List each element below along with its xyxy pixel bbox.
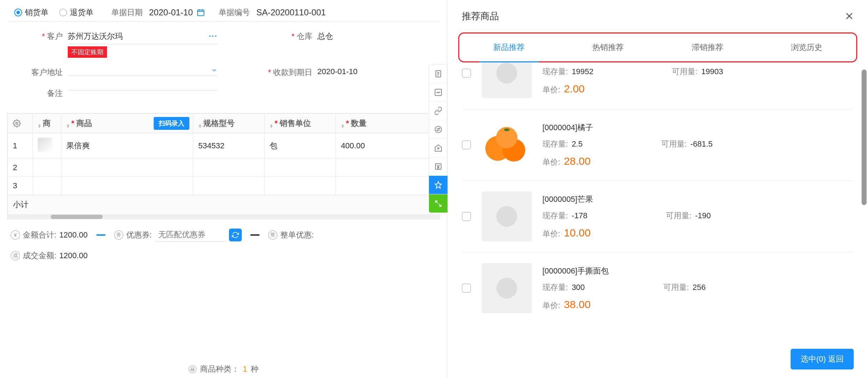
svg-point-5 xyxy=(438,148,439,149)
address-label: 客户地址 xyxy=(31,68,63,77)
customer-label: 客户 xyxy=(47,32,63,41)
refresh-icon xyxy=(232,231,239,239)
vertical-scrollbar[interactable] xyxy=(862,70,867,205)
whole-discount: 整 整单优惠: xyxy=(268,230,314,240)
product-thumb xyxy=(38,138,52,152)
radio-return[interactable]: 退货单 xyxy=(59,7,93,18)
cell-spec[interactable]: 534532 xyxy=(193,133,265,159)
svg-point-13 xyxy=(496,278,517,298)
deal-icon: 成 xyxy=(11,251,20,260)
col-unit[interactable]: ▲▼*销售单位 xyxy=(265,114,336,133)
close-icon[interactable]: ✕ xyxy=(845,10,854,22)
strip-expand-icon[interactable] xyxy=(429,194,448,213)
item-title: [0000004]橘子 xyxy=(542,122,854,133)
product-image xyxy=(482,191,532,241)
chevron-down-icon xyxy=(211,67,218,73)
warehouse-field[interactable]: 总仓 xyxy=(317,29,424,44)
table-row[interactable]: 2 xyxy=(8,159,440,177)
col-spec[interactable]: ▲▼规格型号 xyxy=(193,114,265,133)
doc-type-tabs: 销货单 退货单 单据日期 2020-01-10 单据编号 SA-20200110… xyxy=(7,4,440,22)
strip-chart-icon[interactable] xyxy=(429,83,448,102)
svg-point-12 xyxy=(496,206,517,227)
side-toolbar xyxy=(429,64,447,213)
coupon-field: 券 优惠券: xyxy=(114,228,242,242)
item-price: 38.00 xyxy=(564,298,591,310)
dash-icon xyxy=(250,234,260,236)
line-items-table: ▲▼商 ▲▼*商品 扫码录入 ▲▼规格型号 ▲▼*销售单位 ▲▼*数量 1 果倍… xyxy=(7,113,440,219)
coupon-input[interactable] xyxy=(155,228,226,242)
sku-icon: 品 xyxy=(189,365,196,373)
item-checkbox[interactable] xyxy=(462,212,471,221)
col-settings[interactable] xyxy=(8,114,33,133)
list-item[interactable]: 250ml 现存量:19952 可用量:19903 单价:2.00 xyxy=(462,62,854,109)
amount-total: ¥ 金额合计: 1200.00 xyxy=(11,230,88,240)
date-value[interactable]: 2020-01-10 xyxy=(149,7,205,17)
dash-icon xyxy=(96,234,106,236)
gear-icon xyxy=(13,119,21,127)
item-checkbox[interactable] xyxy=(462,68,471,78)
customer-lookup-icon[interactable]: ··· xyxy=(209,32,218,41)
col-image[interactable]: ▲▼商 xyxy=(33,114,61,133)
radio-sales-label: 销货单 xyxy=(25,7,48,18)
rp-title: 推荐商品 xyxy=(462,10,499,22)
tab-new[interactable]: 新品推荐 xyxy=(459,37,558,58)
refresh-coupon-button[interactable] xyxy=(229,229,242,241)
customer-field[interactable]: 苏州万达沃尔玛 ··· xyxy=(68,29,218,44)
cell-unit[interactable]: 包 xyxy=(265,133,336,159)
date-label: 单据日期 xyxy=(111,7,143,18)
item-price: 10.00 xyxy=(564,227,591,239)
coupon-icon: 券 xyxy=(114,230,123,240)
remark-field[interactable] xyxy=(68,86,218,91)
svg-point-7 xyxy=(496,63,517,83)
list-item[interactable]: [0000006]手撕面包 现存量:300 可用量:256 单价:38.00 xyxy=(462,252,854,324)
cell-product[interactable]: 果倍爽 xyxy=(61,133,193,159)
tab-hot[interactable]: 热销推荐 xyxy=(558,37,658,58)
list-item[interactable]: [0000004]橘子 现存量:2.5 可用量:-681.5 单价:28.00 xyxy=(462,109,854,181)
strip-money-icon[interactable] xyxy=(429,157,448,176)
recommend-list: 250ml 现存量:19952 可用量:19903 单价:2.00 [00000… xyxy=(448,62,868,340)
docno-label: 单据编号 xyxy=(219,7,250,18)
col-product[interactable]: ▲▼*商品 扫码录入 xyxy=(61,114,193,133)
bottom-summary: 品 商品种类： 1 种 xyxy=(189,364,259,374)
product-image xyxy=(482,263,532,313)
strip-star-icon[interactable] xyxy=(429,176,448,194)
item-price: 2.00 xyxy=(564,83,584,94)
col-qty[interactable]: ▲▼*数量 xyxy=(336,114,440,133)
table-row[interactable]: 1 果倍爽 534532 包 400.00 xyxy=(8,133,440,159)
discount-icon: 整 xyxy=(268,230,277,240)
select-return-button[interactable]: 选中(0) 返回 xyxy=(791,349,854,369)
warehouse-label: 仓库 xyxy=(297,32,312,41)
deal-amount: 成 成交金额: 1200.00 xyxy=(11,250,88,261)
svg-point-1 xyxy=(16,122,18,124)
recommend-tabs: 新品推荐 热销推荐 滞销推荐 浏览历史 xyxy=(458,32,857,62)
tab-slow[interactable]: 滞销推荐 xyxy=(658,37,757,58)
svg-point-4 xyxy=(435,126,441,133)
account-period-badge: 不固定账期 xyxy=(68,46,107,58)
table-row[interactable]: 3 xyxy=(8,177,440,195)
yen-icon: ¥ xyxy=(11,230,20,240)
item-price: 28.00 xyxy=(564,155,591,167)
radio-return-label: 退货单 xyxy=(70,7,93,18)
strip-link-icon[interactable] xyxy=(429,102,448,120)
scan-entry-button[interactable]: 扫码录入 xyxy=(154,117,189,130)
svg-rect-0 xyxy=(198,10,204,16)
calendar-icon xyxy=(196,8,205,17)
due-field[interactable]: 2020-01-10 xyxy=(317,65,424,79)
strip-transfer-icon[interactable] xyxy=(429,120,448,139)
item-checkbox[interactable] xyxy=(462,284,471,293)
list-item[interactable]: [0000005]芒果 现存量:-178 可用量:-190 单价:10.00 xyxy=(462,181,854,252)
remark-label: 备注 xyxy=(47,89,63,98)
tab-history[interactable]: 浏览历史 xyxy=(757,37,856,58)
item-title: [0000006]手撕面包 xyxy=(542,266,854,276)
subtotal-row: 小计 xyxy=(8,195,440,215)
product-image xyxy=(482,120,532,170)
item-checkbox[interactable] xyxy=(462,140,471,149)
cell-qty[interactable]: 400.00 xyxy=(336,133,440,159)
strip-user-icon[interactable] xyxy=(429,139,448,157)
radio-sales[interactable]: 销货单 xyxy=(14,7,48,18)
horizontal-scrollbar[interactable] xyxy=(7,215,440,219)
address-field[interactable] xyxy=(68,65,218,76)
docno-value: SA-20200110-001 xyxy=(256,7,326,17)
strip-doc-icon[interactable] xyxy=(429,65,448,83)
product-image xyxy=(482,62,532,98)
